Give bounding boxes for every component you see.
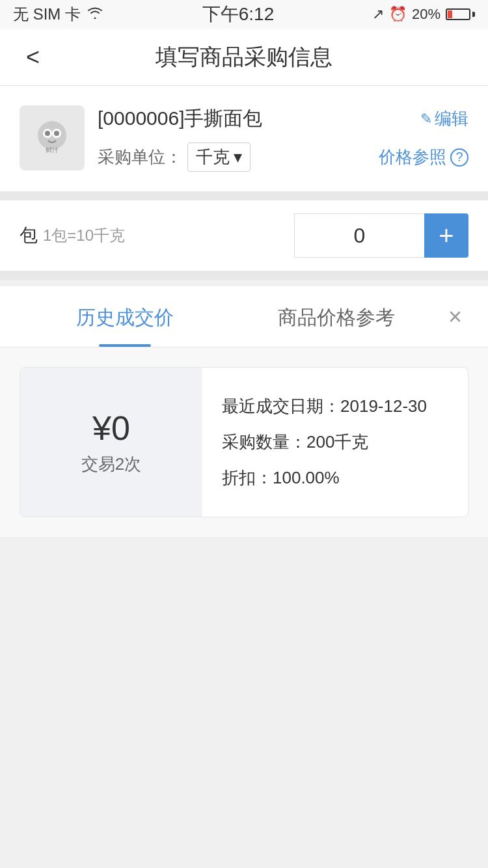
history-price-content: ¥0 交易2次 最近成交日期：2019-12-30 采购数量：200千克 折扣：… xyxy=(0,347,488,537)
carrier-text: 无 SIM 卡 xyxy=(13,4,81,25)
product-logo-icon: 鲜汁 xyxy=(33,116,72,161)
tab-history-price[interactable]: 历史成交价 xyxy=(20,286,230,347)
alarm-icon: ⏰ xyxy=(389,6,407,23)
section-divider-2 xyxy=(0,271,488,280)
price-trades: 交易2次 xyxy=(81,453,141,476)
status-right: ↗ ⏰ 20% xyxy=(372,6,475,23)
quantity-plus-button[interactable]: + xyxy=(424,213,468,258)
svg-point-0 xyxy=(38,121,66,150)
product-info: [0000006]手撕面包 ✎ 编辑 采购单位： 千克 ▾ 价格参照 ? xyxy=(98,105,468,172)
tabs-panel: 历史成交价 商品价格参考 × ¥0 交易2次 最近成交日期：2019-12-30… xyxy=(0,286,488,537)
price-record-card: ¥0 交易2次 最近成交日期：2019-12-30 采购数量：200千克 折扣：… xyxy=(20,367,468,517)
svg-point-3 xyxy=(45,131,50,136)
status-time: 下午6:12 xyxy=(202,2,275,27)
price-detail-right: 最近成交日期：2019-12-30 采购数量：200千克 折扣：100.00% xyxy=(202,368,468,517)
wifi-icon xyxy=(86,5,104,23)
product-card: 鲜汁 [0000006]手撕面包 ✎ 编辑 采购单位： 千克 ▾ 价格参照 xyxy=(0,86,488,191)
status-left: 无 SIM 卡 xyxy=(13,4,104,25)
price-summary-left: ¥0 交易2次 xyxy=(20,368,202,517)
product-top-row: [0000006]手撕面包 ✎ 编辑 xyxy=(98,105,468,132)
back-button[interactable]: < xyxy=(20,37,46,77)
location-icon: ↗ xyxy=(372,6,384,23)
discount-row: 折扣：100.00% xyxy=(222,465,448,491)
section-divider xyxy=(0,191,488,200)
edit-button[interactable]: ✎ 编辑 xyxy=(420,107,468,130)
product-thumbnail: 鲜汁 xyxy=(20,105,85,170)
battery-percent: 20% xyxy=(412,6,441,23)
quantity-row: 包 1包=10千克 0 + xyxy=(0,200,488,271)
battery-icon xyxy=(446,8,475,20)
tab-product-price-ref[interactable]: 商品价格参考 xyxy=(230,286,441,347)
edit-icon: ✎ xyxy=(420,111,432,128)
help-icon: ? xyxy=(450,148,468,167)
purchase-qty-row: 采购数量：200千克 xyxy=(222,429,448,455)
dropdown-arrow-icon: ▾ xyxy=(234,147,242,167)
product-unit-row: 采购单位： 千克 ▾ 价格参照 ? xyxy=(98,142,468,172)
price-amount: ¥0 xyxy=(92,409,130,448)
quantity-input[interactable]: 0 xyxy=(294,213,424,258)
svg-text:鲜汁: 鲜汁 xyxy=(46,146,59,154)
quantity-controls: 0 + xyxy=(294,213,468,258)
quantity-label: 包 1包=10千克 xyxy=(20,223,125,248)
page-title: 填写商品采购信息 xyxy=(156,42,332,72)
svg-point-4 xyxy=(54,131,59,136)
unit-dropdown[interactable]: 千克 ▾ xyxy=(187,142,251,172)
nav-bar: < 填写商品采购信息 xyxy=(0,29,488,86)
price-reference-button[interactable]: 价格参照 ? xyxy=(379,146,468,169)
unit-selector: 采购单位： 千克 ▾ xyxy=(98,142,251,172)
recent-date-row: 最近成交日期：2019-12-30 xyxy=(222,394,448,419)
product-name: [0000006]手撕面包 xyxy=(98,105,262,132)
status-bar: 无 SIM 卡 下午6:12 ↗ ⏰ 20% xyxy=(0,0,488,29)
tab-close-button[interactable]: × xyxy=(442,297,468,337)
tabs-header: 历史成交价 商品价格参考 × xyxy=(0,286,488,347)
